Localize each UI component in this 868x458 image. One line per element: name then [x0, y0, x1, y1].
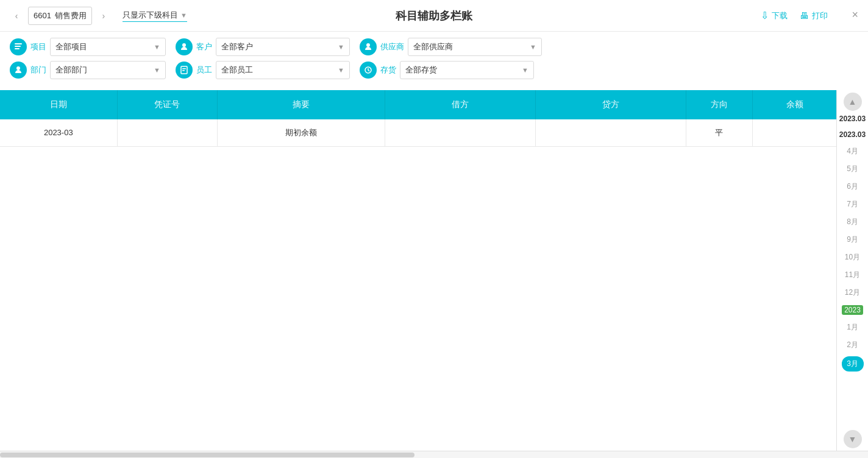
title-bar: ‹ 6601 销售费用 › 只显示下级科目 ▼ 科目辅助多栏账 ⇩ 下载 🖶 打…	[0, 0, 868, 32]
inventory-filter: 存货 全部存货 ▼	[360, 61, 534, 79]
supplier-filter: 供应商 全部供应商 ▼	[360, 38, 542, 56]
filter-area: 项目 全部项目 ▼ 客户 全部客户 ▼	[0, 32, 868, 90]
next-account-btn[interactable]: ›	[97, 9, 110, 23]
customer-icon	[176, 38, 193, 55]
print-label: 打印	[812, 10, 828, 21]
col-summary: 摘要	[218, 90, 385, 119]
project-icon	[10, 38, 27, 55]
download-label: 下载	[772, 10, 788, 21]
cell-direction: 平	[686, 119, 753, 146]
department-filter: 部门 全部部门 ▼	[10, 61, 166, 79]
customer-select[interactable]: 全部客户 ▼	[216, 38, 350, 56]
supplier-chevron: ▼	[530, 43, 536, 51]
timeline-panel: ▲ 2023.03 2023.03 4月 5月 6月 7月 8月 9月 10月 …	[836, 90, 868, 451]
inventory-value: 全部存货	[405, 65, 437, 76]
customer-value: 全部客户	[221, 41, 253, 52]
cell-summary: 期初余额	[218, 119, 385, 146]
svg-point-4	[16, 66, 20, 70]
col-balance: 余额	[753, 90, 836, 119]
department-chevron: ▼	[154, 66, 160, 74]
timeline-month-10[interactable]: 10月	[837, 248, 868, 266]
department-value: 全部部门	[55, 65, 87, 76]
account-code-box: 6601 销售费用	[28, 7, 92, 25]
cell-balance	[753, 119, 836, 146]
timeline-month-5[interactable]: 5月	[837, 160, 868, 178]
svg-rect-7	[182, 70, 185, 71]
supplier-select[interactable]: 全部供应商 ▼	[408, 38, 542, 56]
horizontal-scrollbar[interactable]	[0, 451, 868, 458]
timeline-month-7[interactable]: 7月	[837, 196, 868, 213]
employee-value: 全部员工	[221, 65, 253, 76]
show-sub-chevron: ▼	[180, 12, 187, 19]
supplier-icon	[360, 38, 377, 55]
col-voucher: 凭证号	[117, 90, 218, 119]
timeline-items-list: 2023.03 2023.03 4月 5月 6月 7月 8月 9月 10月 11…	[837, 111, 868, 430]
timeline-month-6[interactable]: 6月	[837, 178, 868, 196]
timeline-month-11[interactable]: 11月	[837, 266, 868, 284]
timeline-month-3-active[interactable]: 3月	[842, 356, 864, 372]
table-row[interactable]: 2023-03 期初余额 平	[0, 119, 836, 146]
employee-select[interactable]: 全部员工 ▼	[216, 61, 350, 79]
content-area: 日期 凭证号 摘要 借方 贷方 方向 余额 2023-03	[0, 90, 868, 458]
col-date: 日期	[0, 90, 117, 119]
table-container[interactable]: 日期 凭证号 摘要 借方 贷方 方向 余额 2023-03	[0, 90, 836, 451]
timeline-month-1[interactable]: 1月	[837, 319, 868, 336]
project-select[interactable]: 全部项目 ▼	[50, 38, 166, 56]
timeline-period-2[interactable]: 2023.03	[837, 127, 868, 143]
inventory-select[interactable]: 全部存货 ▼	[400, 61, 534, 79]
page-title: 科目辅助多栏账	[396, 9, 472, 23]
timeline-scroll-down-btn[interactable]: ▼	[844, 430, 862, 448]
cell-voucher	[117, 119, 218, 146]
department-select[interactable]: 全部部门 ▼	[50, 61, 166, 79]
cell-debit	[385, 119, 535, 146]
download-btn[interactable]: ⇩ 下载	[761, 10, 788, 21]
prev-account-btn[interactable]: ‹	[10, 9, 23, 23]
timeline-month-9[interactable]: 9月	[837, 231, 868, 248]
svg-point-3	[366, 43, 370, 47]
close-btn[interactable]: ×	[852, 9, 858, 21]
print-btn[interactable]: 🖶 打印	[800, 10, 828, 21]
col-direction: 方向	[686, 90, 753, 119]
inventory-chevron: ▼	[522, 66, 528, 74]
department-icon	[10, 62, 27, 79]
project-value: 全部项目	[55, 41, 87, 52]
timeline-month-3-wrapper: 3月	[842, 354, 864, 374]
customer-filter: 客户 全部客户 ▼	[176, 38, 350, 56]
show-sub-btn[interactable]: 只显示下级科目 ▼	[123, 10, 187, 22]
timeline-month-8[interactable]: 8月	[837, 213, 868, 231]
download-icon: ⇩	[761, 10, 769, 21]
main-window: ‹ 6601 销售费用 › 只显示下级科目 ▼ 科目辅助多栏账 ⇩ 下载 🖶 打…	[0, 0, 868, 458]
account-name: 销售费用	[55, 10, 87, 21]
supplier-label: 供应商	[380, 41, 404, 52]
inventory-icon	[360, 62, 377, 79]
department-label: 部门	[30, 65, 46, 76]
timeline-month-12[interactable]: 12月	[837, 284, 868, 301]
main-area: 日期 凭证号 摘要 借方 贷方 方向 余额 2023-03	[0, 90, 868, 451]
filter-row-2: 部门 全部部门 ▼ 员工 全部员工 ▼	[10, 61, 858, 79]
scrollbar-thumb[interactable]	[0, 453, 414, 457]
supplier-value: 全部供应商	[413, 41, 453, 52]
inventory-label: 存货	[380, 65, 396, 76]
timeline-month-4[interactable]: 4月	[837, 143, 868, 160]
title-bar-left: ‹ 6601 销售费用 › 只显示下级科目 ▼	[10, 7, 187, 25]
col-debit: 借方	[385, 90, 535, 119]
print-icon: 🖶	[800, 10, 809, 21]
svg-rect-1	[15, 46, 21, 47]
employee-filter: 员工 全部员工 ▼	[176, 61, 350, 79]
col-credit: 贷方	[535, 90, 686, 119]
filter-row-1: 项目 全部项目 ▼ 客户 全部客户 ▼	[10, 38, 858, 56]
project-filter: 项目 全部项目 ▼	[10, 38, 166, 56]
account-code: 6601	[34, 11, 51, 20]
cell-credit	[535, 119, 686, 146]
project-label: 项目	[30, 41, 46, 52]
employee-chevron: ▼	[338, 66, 344, 74]
show-sub-label: 只显示下级科目	[123, 10, 178, 21]
timeline-scroll-up-btn[interactable]: ▲	[844, 93, 862, 111]
ledger-table: 日期 凭证号 摘要 借方 贷方 方向 余额 2023-03	[0, 90, 836, 147]
timeline-year-2023: 2023	[842, 301, 863, 319]
svg-rect-6	[182, 68, 186, 69]
project-chevron: ▼	[154, 43, 160, 51]
timeline-period-1[interactable]: 2023.03	[837, 111, 868, 127]
title-bar-right: ⇩ 下载 🖶 打印	[761, 10, 858, 21]
timeline-month-2[interactable]: 2月	[837, 336, 868, 354]
